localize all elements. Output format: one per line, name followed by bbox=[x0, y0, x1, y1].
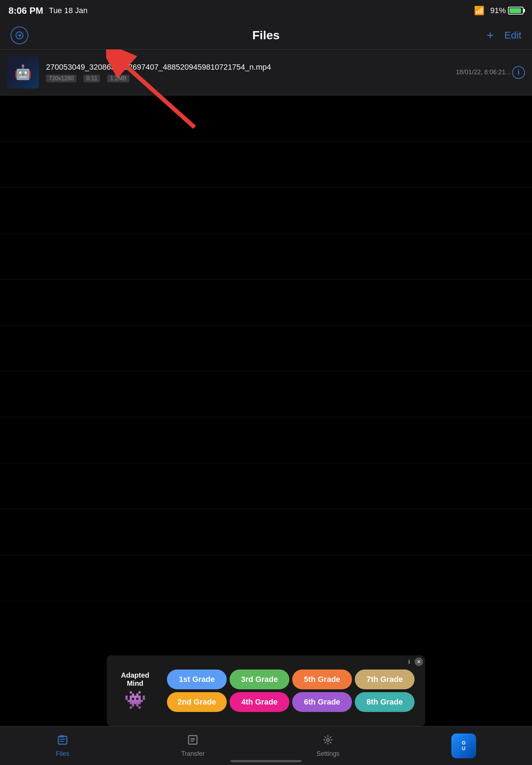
status-date: Tue 18 Jan bbox=[49, 6, 87, 15]
tab-files[interactable]: Files bbox=[56, 734, 69, 758]
nav-back-icon[interactable] bbox=[11, 27, 28, 44]
file-resolution: 720x1280 bbox=[46, 75, 76, 82]
battery-icon bbox=[508, 7, 524, 15]
monster-icon: 👾 bbox=[124, 690, 146, 710]
add-button[interactable]: + bbox=[487, 28, 494, 42]
grade-5th-button[interactable]: 5th Grade bbox=[292, 670, 352, 689]
ad-grades: 1st Grade 3rd Grade 5th Grade 7th Grade … bbox=[163, 662, 422, 719]
file-name: 270053049_3208639552697407_4885209459810… bbox=[46, 63, 525, 72]
brand-logo-text: GU bbox=[462, 740, 466, 751]
page-title: Files bbox=[252, 28, 279, 42]
grade-3rd-button[interactable]: 3rd Grade bbox=[230, 670, 289, 689]
file-duration: 0:11 bbox=[83, 75, 100, 82]
file-date: 18/01/22, 8:06:21... bbox=[456, 69, 511, 76]
video-preview-icon: 🤖 bbox=[14, 64, 32, 81]
file-list: 🤖 270053049_3208639552697407_48852094598… bbox=[0, 50, 532, 601]
battery-container: 91% bbox=[490, 6, 524, 15]
settings-tab-label: Settings bbox=[317, 750, 340, 758]
status-time: 8:06 PM bbox=[8, 5, 43, 16]
files-tab-label: Files bbox=[56, 750, 69, 758]
status-bar: 8:06 PM Tue 18 Jan 📶 91% bbox=[0, 0, 532, 21]
empty-row-4 bbox=[0, 233, 532, 279]
tab-bar: Files Transfer Settings GU bbox=[0, 726, 532, 765]
status-left: 8:06 PM Tue 18 Jan bbox=[8, 5, 88, 16]
brand-name-line1: Adapted bbox=[121, 671, 149, 679]
empty-rows bbox=[0, 95, 532, 601]
ad-close-button[interactable]: ✕ bbox=[415, 657, 423, 666]
empty-row-5 bbox=[0, 279, 532, 325]
grade-8th-button[interactable]: 8th Grade bbox=[355, 692, 415, 712]
empty-row-7 bbox=[0, 371, 532, 417]
empty-row-10 bbox=[0, 509, 532, 555]
ad-brand: Adapted Mind 👾 bbox=[110, 659, 160, 723]
tab-transfer[interactable]: Transfer bbox=[181, 734, 204, 758]
brand-logo[interactable]: GU bbox=[451, 734, 476, 758]
settings-tab-icon bbox=[322, 734, 334, 748]
empty-row-8 bbox=[0, 417, 532, 463]
file-info: 270053049_3208639552697407_4885209459810… bbox=[46, 63, 525, 82]
grade-1st-button[interactable]: 1st Grade bbox=[167, 670, 227, 689]
file-meta: 720x1280 0:11 1.2MB bbox=[46, 75, 525, 82]
nav-bar: Files + Edit bbox=[0, 21, 532, 50]
ad-banner: ℹ ✕ Adapted Mind 👾 1st Grade 3rd Grade 5… bbox=[107, 655, 425, 726]
transfer-tab-icon bbox=[187, 734, 198, 748]
grade-2nd-button[interactable]: 2nd Grade bbox=[167, 692, 227, 712]
svg-point-11 bbox=[326, 738, 329, 741]
file-info-button[interactable]: i bbox=[512, 66, 525, 79]
file-item[interactable]: 🤖 270053049_3208639552697407_48852094598… bbox=[0, 50, 532, 95]
transfer-tab-label: Transfer bbox=[181, 750, 204, 758]
empty-row-11 bbox=[0, 555, 532, 601]
battery-fill bbox=[509, 8, 521, 13]
battery-percent: 91% bbox=[490, 6, 506, 15]
svg-rect-4 bbox=[60, 735, 64, 738]
brand-name-line2: Mind bbox=[121, 679, 149, 688]
thumbnail-image: 🤖 bbox=[7, 57, 39, 88]
grade-7th-button[interactable]: 7th Grade bbox=[355, 670, 415, 689]
empty-row-1 bbox=[0, 95, 532, 141]
nav-actions: + Edit bbox=[487, 28, 521, 42]
empty-row-3 bbox=[0, 187, 532, 233]
empty-row-2 bbox=[0, 141, 532, 187]
file-thumbnail: 🤖 bbox=[7, 57, 39, 88]
file-size: 1.2MB bbox=[107, 75, 129, 82]
ad-info-icon[interactable]: ℹ bbox=[405, 657, 413, 666]
grade-4th-button[interactable]: 4th Grade bbox=[230, 692, 289, 712]
home-indicator bbox=[231, 760, 301, 762]
grade-6th-button[interactable]: 6th Grade bbox=[292, 692, 352, 712]
files-tab-icon bbox=[57, 734, 68, 748]
empty-row-6 bbox=[0, 325, 532, 371]
empty-row-9 bbox=[0, 463, 532, 509]
tab-settings[interactable]: Settings bbox=[317, 734, 340, 758]
edit-button[interactable]: Edit bbox=[504, 30, 521, 41]
ad-brand-name: Adapted Mind bbox=[121, 671, 149, 688]
status-right: 📶 91% bbox=[474, 6, 524, 16]
wifi-icon: 📶 bbox=[474, 6, 485, 16]
